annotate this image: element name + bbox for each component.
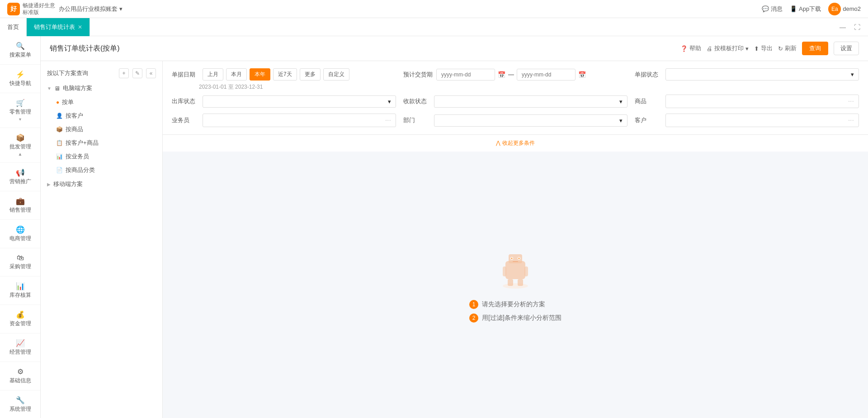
basic-icon: ⚙ xyxy=(0,367,40,376)
expected-delivery-start[interactable] xyxy=(436,69,495,81)
shipment-status-select[interactable]: ▾ xyxy=(203,95,396,108)
category-icon: 📄 xyxy=(56,167,63,173)
btn-last-7-days[interactable]: 近7天 xyxy=(273,68,297,81)
salesperson-input[interactable]: ··· xyxy=(203,114,396,127)
filter-row-3: 业务员 ··· 部门 ▾ xyxy=(172,114,859,127)
page-header: 销售订单统计表(按单) ❓ 帮助 🖨 按模板打印 ▾ ⬆ 导出 ↻ 刷新 xyxy=(41,36,868,61)
sidebar-item-retail[interactable]: 🛒 零售管理 ▾ xyxy=(0,93,40,128)
tree-item-by-product[interactable]: 📦 按商品 xyxy=(50,123,162,136)
sidebar-item-marketing[interactable]: 📢 营销推广 xyxy=(0,163,40,191)
tab-minimize-btn[interactable]: — xyxy=(837,22,848,33)
workspace-selector[interactable]: 办公用品行业模拟账套 ▾ xyxy=(59,5,123,13)
sidebar-item-search[interactable]: 🔍 搜索菜单 xyxy=(0,36,40,65)
customer-input[interactable]: ··· xyxy=(665,114,859,127)
btn-more-date[interactable]: 更多 xyxy=(300,68,321,81)
tree-item-by-customer[interactable]: 👤 按客户 xyxy=(50,109,162,123)
export-icon: ⬆ xyxy=(754,45,759,52)
collapse-panel-btn[interactable]: « xyxy=(146,68,156,78)
sidebar-item-system[interactable]: 🔧 系统管理 xyxy=(0,390,40,418)
logo-text: 畅捷通好生意 标准版 xyxy=(23,2,55,15)
app-download-btn[interactable]: 📱 App下载 xyxy=(790,5,821,13)
top-bar: 好 畅捷通好生意 标准版 办公用品行业模拟账套 ▾ 💬 消息 📱 App下载 E… xyxy=(0,0,868,18)
collection-status-label: 收款状态 xyxy=(403,97,430,105)
customer-dots-icon[interactable]: ··· xyxy=(848,116,854,124)
customer-icon: 👤 xyxy=(56,113,63,119)
avatar: Ea xyxy=(828,3,841,15)
date-label: 单据日期 xyxy=(172,71,199,79)
refresh-icon: ↻ xyxy=(778,45,783,52)
wholesale-icon: 📦 xyxy=(0,133,40,142)
sidebar-item-basic[interactable]: ⚙ 基础信息 xyxy=(0,362,40,390)
product-dots-icon[interactable]: ··· xyxy=(848,97,854,105)
purchase-icon: 🛍 xyxy=(0,254,40,262)
tab-maximize-btn[interactable]: ⛶ xyxy=(852,22,863,33)
sidebar-item-operations[interactable]: 📈 经营管理 xyxy=(0,333,40,362)
date-range-text: 2023-01-01 至 2023-12-31 xyxy=(199,83,263,91)
tree-section-pc[interactable]: ▼ 🖥 电脑端方案 xyxy=(41,81,162,95)
filter-row-2: 出库状态 ▾ 收款状态 ▾ xyxy=(172,95,859,108)
tab-home[interactable]: 首页 xyxy=(0,18,27,36)
tab-close-icon[interactable]: ✕ xyxy=(78,24,82,30)
shipment-status-item: 出库状态 ▾ xyxy=(172,95,396,108)
add-scheme-btn[interactable]: + xyxy=(119,68,129,78)
btn-this-month[interactable]: 本月 xyxy=(226,68,247,81)
sidebar-item-purchase[interactable]: 🛍 采购管理 xyxy=(0,248,40,276)
customer-label: 客户 xyxy=(635,116,662,124)
sidebar-item-wholesale[interactable]: 📦 批发管理 ▲ xyxy=(0,128,40,163)
product-input[interactable]: ··· xyxy=(665,95,859,108)
btn-last-month[interactable]: 上月 xyxy=(203,68,223,81)
sidebar-item-sales[interactable]: 💼 销售管理 xyxy=(0,191,40,220)
calendar-start-icon[interactable]: 📅 xyxy=(498,71,505,78)
collection-status-item: 收款状态 ▾ xyxy=(403,95,627,108)
ecommerce-icon: 🌐 xyxy=(0,225,40,234)
order-status-arrow-icon: ▾ xyxy=(851,71,854,78)
chevron-down-icon: ▼ xyxy=(47,86,52,91)
left-panel: 按以下方案查询 + ✎ « ▼ 🖥 电脑端方案 ● 按单 xyxy=(41,61,163,418)
retail-icon: 🛒 xyxy=(0,99,40,107)
template-print-btn[interactable]: 🖨 按模板打印 ▾ xyxy=(707,44,749,52)
edit-scheme-btn[interactable]: ✎ xyxy=(132,68,142,78)
hint-item-2: 2 用[过滤]条件来缩小分析范围 xyxy=(469,314,561,323)
settings-button[interactable]: 设置 xyxy=(834,42,859,55)
tree-item-by-salesperson[interactable]: 📊 按业务员 xyxy=(50,150,162,163)
collapse-bar[interactable]: ⋀ 收起更多条件 xyxy=(163,135,868,152)
tree-item-by-category[interactable]: 📄 按商品分类 xyxy=(50,163,162,177)
tree-children-pc: ● 按单 👤 按客户 📦 按商品 📋 按客户+商品 xyxy=(41,95,162,177)
customer-item: 客户 ··· xyxy=(635,114,859,127)
order-status-item: 单据状态 ▾ xyxy=(635,68,859,81)
order-dot-icon: ● xyxy=(56,99,59,105)
calendar-end-icon[interactable]: 📅 xyxy=(578,71,586,78)
order-status-label: 单据状态 xyxy=(635,71,662,79)
pc-icon: 🖥 xyxy=(54,85,60,92)
tab-sales-order-stat[interactable]: 销售订单统计表 ✕ xyxy=(27,18,90,36)
export-btn[interactable]: ⬆ 导出 xyxy=(754,44,773,52)
search-icon: 🔍 xyxy=(0,42,40,50)
sidebar-item-quick-nav[interactable]: ⚡ 快捷导航 xyxy=(0,65,40,93)
tree-item-by-order[interactable]: ● 按单 xyxy=(50,95,162,109)
sidebar-item-finance[interactable]: 💰 资金管理 xyxy=(0,305,40,333)
refresh-btn[interactable]: ↻ 刷新 xyxy=(778,44,797,52)
message-btn[interactable]: 💬 消息 xyxy=(762,5,783,13)
tree-item-by-customer-product[interactable]: 📋 按客户+商品 xyxy=(50,136,162,150)
btn-custom-date[interactable]: 自定义 xyxy=(323,68,349,81)
sidebar-item-ecommerce[interactable]: 🌐 电商管理 xyxy=(0,220,40,248)
svg-point-6 xyxy=(519,257,520,259)
tree-section-mobile[interactable]: ▶ 移动端方案 xyxy=(41,177,162,191)
department-input[interactable]: ▾ xyxy=(434,114,627,127)
svg-rect-10 xyxy=(508,279,513,286)
tab-bar-actions: — ⛶ xyxy=(837,22,868,33)
expected-delivery-end[interactable] xyxy=(517,69,576,81)
expected-delivery-input-group: 📅 — 📅 xyxy=(436,69,586,81)
salesperson-icon: 📊 xyxy=(56,153,63,160)
order-status-select[interactable]: ▾ xyxy=(665,68,859,81)
btn-this-year[interactable]: 本年 xyxy=(250,68,270,81)
user-menu[interactable]: Ea demo2 xyxy=(828,3,861,15)
product-label: 商品 xyxy=(635,97,662,105)
salesperson-dots-icon[interactable]: ··· xyxy=(385,116,391,124)
query-button[interactable]: 查询 xyxy=(802,42,828,55)
collection-status-select[interactable]: ▾ xyxy=(434,95,627,108)
help-btn[interactable]: ❓ 帮助 xyxy=(680,44,701,52)
expected-delivery-label: 预计交货期 xyxy=(403,71,433,79)
tab-bar: 首页 销售订单统计表 ✕ — ⛶ xyxy=(0,18,868,36)
sidebar-item-inventory[interactable]: 📊 库存核算 xyxy=(0,276,40,305)
